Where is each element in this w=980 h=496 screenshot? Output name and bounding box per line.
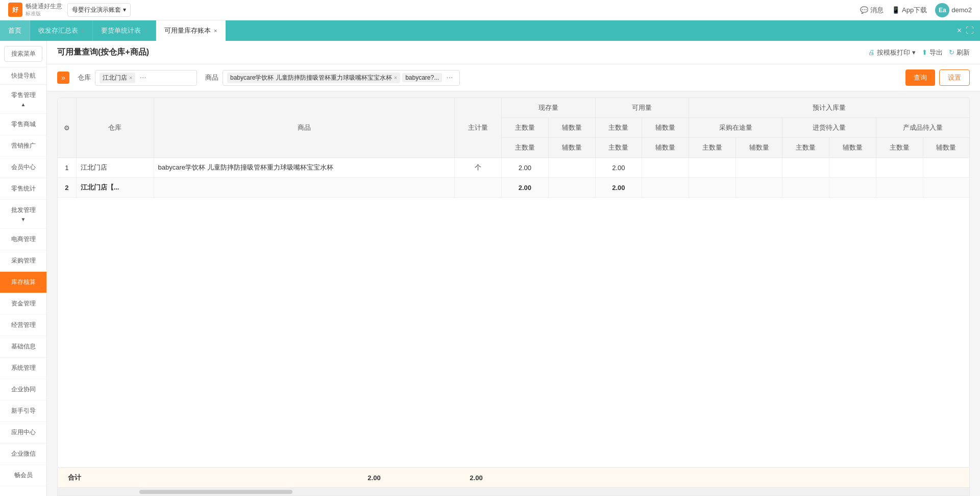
user-name: demo2 bbox=[951, 6, 972, 14]
th-avail-main: 主数量 bbox=[595, 118, 642, 138]
th-avail-main2: 主数量 bbox=[595, 138, 642, 158]
refresh-label: 刷新 bbox=[957, 48, 970, 57]
sidebar-quick-nav[interactable]: 快捷导航 bbox=[0, 67, 46, 85]
cell-unit bbox=[455, 178, 502, 198]
cell-no: 1 bbox=[58, 158, 76, 178]
user-profile-btn[interactable]: Ea demo2 bbox=[935, 3, 972, 17]
sidebar-label: 经营管理 bbox=[11, 321, 36, 329]
print-icon: 🖨 bbox=[868, 49, 875, 56]
tab-close-icon[interactable]: × bbox=[81, 28, 84, 34]
setting-button[interactable]: 设置 bbox=[939, 69, 970, 86]
product-tag-2: babycare?... bbox=[402, 73, 442, 82]
filter-expand-btn[interactable]: » bbox=[57, 72, 69, 84]
sidebar-item-finance-mgmt[interactable]: 资金管理 bbox=[0, 293, 46, 315]
dropdown-arrow-icon: ▾ bbox=[123, 6, 126, 13]
tab-receivable-label: 收发存汇总表 bbox=[38, 26, 78, 35]
cell-warehouse: 江北门店【... bbox=[76, 178, 154, 198]
export-label: 导出 bbox=[929, 48, 943, 57]
sidebar-item-member-center[interactable]: 会员中心 bbox=[0, 157, 46, 178]
sidebar-item-enterprise-collab[interactable]: 企业协同 bbox=[0, 379, 46, 400]
th-stock-main: 主数量 bbox=[502, 118, 549, 138]
sidebar-item-marketing[interactable]: 营销推广 bbox=[0, 135, 46, 157]
filter-bar: » 仓库 江北门店 × ··· 商品 babycare学饮杯 儿童防摔防撞吸管杯… bbox=[47, 64, 980, 91]
tab-requisition-stats[interactable]: 要货单统计表 × bbox=[93, 20, 156, 41]
expand-arrow-icon: ▼ bbox=[21, 217, 26, 222]
th-avail-aux: 辅数量 bbox=[642, 118, 689, 138]
sidebar-label: 会员中心 bbox=[11, 163, 36, 172]
th-stock-aux: 辅数量 bbox=[548, 118, 595, 138]
sidebar-item-basic-info[interactable]: 基础信息 bbox=[0, 336, 46, 358]
cell-no: 2 bbox=[58, 178, 76, 198]
sidebar-item-app-center[interactable]: 应用中心 bbox=[0, 422, 46, 443]
warehouse-filter-input[interactable]: 江北门店 × ··· bbox=[95, 70, 197, 86]
tenant-selector[interactable]: 母婴行业演示账套 ▾ bbox=[67, 3, 131, 17]
sidebar-item-retail-mall[interactable]: 零售商城 bbox=[0, 114, 46, 135]
sidebar-label: 应用中心 bbox=[11, 428, 36, 437]
tab-receivable-summary[interactable]: 收发存汇总表 × bbox=[30, 20, 93, 41]
table-footer: 合计 2.00 2.00 bbox=[57, 468, 970, 488]
product-tag-1-remove[interactable]: × bbox=[394, 75, 397, 81]
cell-prod-pending-aux bbox=[923, 178, 969, 198]
print-btn[interactable]: 🖨 按模板打印 ▾ bbox=[868, 48, 916, 57]
sidebar-item-operation-mgmt[interactable]: 经营管理 bbox=[0, 315, 46, 336]
sidebar-item-retail-mgmt[interactable]: 零售管理 ▲ bbox=[0, 85, 46, 114]
nav-tabs-bar: 首页 收发存汇总表 × 要货单统计表 × 可用量库存账本 × × ⛶ bbox=[0, 20, 980, 41]
search-menu-btn[interactable]: 搜索菜单 bbox=[4, 46, 42, 62]
warehouse-filter-label: 仓库 bbox=[78, 73, 91, 82]
sidebar-label: 基础信息 bbox=[11, 342, 36, 351]
th-pur-main: 主数量 bbox=[689, 138, 736, 158]
filter-more-btn[interactable]: ··· bbox=[137, 73, 148, 82]
sidebar-item-system-mgmt[interactable]: 系统管理 bbox=[0, 358, 46, 379]
product-filter-label: 商品 bbox=[205, 73, 218, 82]
app-icon: 📱 bbox=[892, 6, 900, 14]
cell-product: babycare学饮杯 儿童防摔防撞吸管杯重力球吸嘴杯宝宝水杯 bbox=[154, 158, 455, 178]
warehouse-tag-remove[interactable]: × bbox=[129, 75, 132, 81]
query-button[interactable]: 查询 bbox=[905, 69, 935, 86]
tab-close-icon[interactable]: × bbox=[144, 28, 147, 34]
product-filter-input[interactable]: babycare学饮杯 儿童防摔防撞吸管杯重力球吸嘴杯宝宝水杯 × babyca… bbox=[223, 70, 460, 86]
app-download-btn[interactable]: 📱 App下载 bbox=[892, 6, 927, 15]
sidebar-item-vip-member[interactable]: 畅会员 bbox=[0, 465, 46, 486]
expand-arrow-icon: ▲ bbox=[21, 102, 26, 107]
sidebar-item-inventory[interactable]: 库存核算 bbox=[0, 272, 46, 293]
close-all-tabs-btn[interactable]: × bbox=[957, 26, 962, 35]
tab-available-inventory[interactable]: 可用量库存账本 × bbox=[156, 20, 226, 41]
sidebar-item-ecommerce-mgmt[interactable]: 电商管理 bbox=[0, 229, 46, 250]
expand-icon[interactable]: ⛶ bbox=[966, 26, 974, 35]
horizontal-scrollbar[interactable] bbox=[57, 488, 970, 496]
th-stock-main2: 主数量 bbox=[502, 138, 549, 158]
export-icon: ⬆ bbox=[922, 49, 927, 56]
sidebar-item-enterprise-wechat[interactable]: 企业微信 bbox=[0, 443, 46, 465]
warehouse-filter-group: 仓库 江北门店 × ··· bbox=[78, 70, 197, 86]
sidebar-item-retail-stats[interactable]: 零售统计 bbox=[0, 178, 46, 200]
cell-prod-pending-main bbox=[876, 178, 923, 198]
sidebar-item-purchase-mgmt[interactable]: 采购管理 bbox=[0, 250, 46, 272]
cell-pur-transit-main bbox=[689, 158, 736, 178]
tab-available-label: 可用量库存账本 bbox=[164, 26, 211, 35]
export-btn[interactable]: ⬆ 导出 bbox=[922, 48, 943, 57]
sidebar-item-new-guide[interactable]: 新手引导 bbox=[0, 400, 46, 422]
sidebar-label: 采购管理 bbox=[11, 256, 36, 265]
page-title: 可用量查询(按仓库+商品) bbox=[57, 47, 149, 58]
cell-unit: 个 bbox=[455, 158, 502, 178]
tab-home[interactable]: 首页 bbox=[0, 20, 30, 41]
tab-close-icon[interactable]: × bbox=[214, 28, 217, 34]
scrollbar-thumb[interactable] bbox=[139, 490, 292, 494]
th-pur-aux: 辅数量 bbox=[736, 138, 782, 158]
cell-in-pending-main bbox=[782, 178, 829, 198]
warehouse-tag: 江北门店 × bbox=[100, 73, 135, 83]
th-main-unit: 主计量 bbox=[455, 98, 502, 158]
footer-label: 合计 bbox=[68, 473, 119, 482]
th-gear[interactable]: ⚙ bbox=[58, 98, 76, 158]
th-planned-in: 预计入库量 bbox=[689, 98, 969, 118]
sidebar-item-wholesale-mgmt[interactable]: 批发管理 ▼ bbox=[0, 200, 46, 229]
refresh-btn[interactable]: ↻ 刷新 bbox=[949, 48, 970, 57]
filter-actions: 查询 设置 bbox=[905, 69, 970, 86]
message-btn[interactable]: 💬 消息 bbox=[860, 6, 884, 15]
cell-pur-transit-aux bbox=[736, 158, 782, 178]
th-avail-aux2: 辅数量 bbox=[642, 138, 689, 158]
filter-more-btn-2[interactable]: ··· bbox=[444, 73, 455, 82]
logo-text-block: 畅捷通好生意 标准版 bbox=[26, 3, 62, 17]
message-label: 消息 bbox=[870, 6, 884, 15]
cell-prod-pending-aux bbox=[923, 158, 969, 178]
